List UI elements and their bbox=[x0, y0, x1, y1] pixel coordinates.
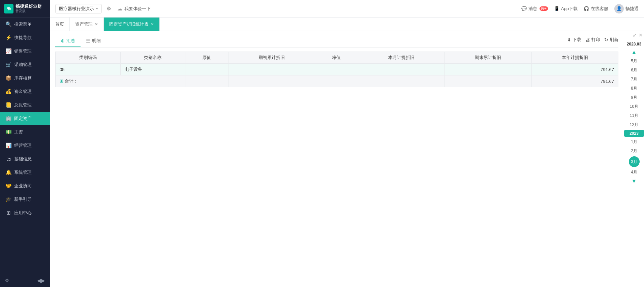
sidebar-header: 畅 畅捷通好业财 普及版 bbox=[0, 0, 50, 18]
avatar: 👤 bbox=[614, 4, 624, 13]
sidebar-label-basic-info: 基础信息 bbox=[14, 156, 32, 162]
col-period-dep: 期末累计折旧 bbox=[445, 52, 532, 64]
sidebar-item-inventory[interactable]: 📦 库存核算 bbox=[0, 71, 50, 85]
app-name-block: 畅捷通好业财 普及版 bbox=[16, 4, 42, 14]
month-item[interactable]: 6月 bbox=[624, 66, 644, 75]
app-logo: 畅 bbox=[4, 4, 13, 13]
month-item[interactable]: 10月 bbox=[624, 102, 644, 111]
notification-label: 消息 bbox=[528, 6, 537, 12]
gear-icon[interactable]: ⚙ bbox=[106, 5, 111, 12]
close-panel-icon[interactable]: ✕ bbox=[639, 32, 643, 38]
sidebar-footer: ⚙ ◀▶ bbox=[0, 274, 50, 287]
sidebar-item-ledger[interactable]: 📒 总账管理 bbox=[0, 98, 50, 112]
tab-home[interactable]: 首页 bbox=[50, 18, 70, 31]
sidebar-item-basic-info[interactable]: 🗂 基础信息 bbox=[0, 152, 50, 166]
sidebar-item-guide[interactable]: 🎓 新手引导 bbox=[0, 193, 50, 206]
sidebar-label-app-center: 应用中心 bbox=[14, 210, 32, 216]
tab-label-home: 首页 bbox=[55, 21, 64, 27]
refresh-action-btn[interactable]: ↻ 刷新 bbox=[604, 37, 618, 43]
sidebar-label-inventory: 库存核算 bbox=[14, 75, 32, 81]
month-item[interactable]: 11月 bbox=[624, 111, 644, 120]
month-item[interactable]: 9月 bbox=[624, 93, 644, 102]
sub-tab-actions: ⬇ 下载 🖨 打印 ↻ 刷新 bbox=[567, 37, 618, 45]
sidebar-label-guide: 新手引导 bbox=[14, 196, 32, 202]
cell-net bbox=[315, 64, 358, 75]
month-item[interactable]: 5月 bbox=[624, 57, 644, 66]
tab-close-asset-mgmt[interactable]: ✕ bbox=[95, 22, 98, 27]
sidebar-item-quick-nav[interactable]: ⚡ 快捷导航 bbox=[0, 31, 50, 44]
sidebar-label-ledger: 总账管理 bbox=[14, 102, 32, 108]
sidebar-label-payroll: 工资 bbox=[14, 129, 23, 135]
download-btn[interactable]: 📱 App下载 bbox=[554, 6, 578, 12]
service-btn[interactable]: 🎧 在线客服 bbox=[584, 6, 608, 12]
main-area: 医疗器械行业演示 ▾ ⚙ ☁ 我要体验一下 💬 消息 99+ 📱 App下载 🎧… bbox=[50, 0, 644, 287]
cell-period-dep bbox=[445, 64, 532, 75]
month-item[interactable]: 7月 bbox=[624, 75, 644, 84]
year-badge[interactable]: 2023 bbox=[624, 130, 644, 137]
active-month[interactable]: 3月 bbox=[629, 156, 640, 167]
user-name: 畅捷通 bbox=[625, 6, 639, 12]
company-selector[interactable]: 医疗器械行业演示 ▾ bbox=[55, 4, 102, 13]
purchase-icon: 🛒 bbox=[5, 62, 11, 68]
tab-close-depreciation-report[interactable]: ✕ bbox=[151, 22, 154, 27]
experience-btn[interactable]: ☁ 我要体验一下 bbox=[117, 6, 151, 12]
month-item[interactable]: 1月 bbox=[624, 137, 644, 147]
search-icon: 🔍 bbox=[5, 21, 11, 27]
sales-icon: 📈 bbox=[5, 48, 11, 54]
print-action-btn[interactable]: 🖨 打印 bbox=[585, 37, 600, 43]
col-name: 类别名称 bbox=[120, 52, 185, 64]
sidebar-item-fixed-assets[interactable]: 🏢 固定资产 bbox=[0, 112, 50, 125]
guide-icon: 🎓 bbox=[5, 196, 11, 202]
month-item[interactable]: 2月 bbox=[624, 147, 644, 156]
sidebar-item-search[interactable]: 🔍 搜索菜单 bbox=[0, 18, 50, 31]
total-net bbox=[315, 75, 358, 87]
sidebar-label-business: 经营管理 bbox=[14, 142, 32, 149]
detail-icon: ☰ bbox=[86, 38, 90, 43]
sidebar-item-sys-mgmt[interactable]: 🔔 系统管理 bbox=[0, 166, 50, 179]
total-initial-dep bbox=[228, 75, 315, 87]
settings-icon[interactable]: ⚙ bbox=[5, 278, 9, 284]
col-initial-dep: 期初累计折旧 bbox=[228, 52, 315, 64]
refresh-action-label: 刷新 bbox=[610, 37, 618, 43]
payroll-icon: 💵 bbox=[5, 129, 11, 135]
expand-icon[interactable]: ⤢ bbox=[633, 32, 637, 38]
sidebar-item-business[interactable]: 📊 经营管理 bbox=[0, 139, 50, 152]
service-icon: 🎧 bbox=[584, 6, 589, 11]
tab-summary-label: 汇总 bbox=[66, 38, 75, 44]
sidebar-item-payroll[interactable]: 💵 工资 bbox=[0, 125, 50, 139]
tab-detail-label: 明细 bbox=[92, 38, 101, 44]
fixed-assets-icon: 🏢 bbox=[5, 116, 11, 122]
notification-btn[interactable]: 💬 消息 99+ bbox=[521, 6, 548, 12]
ledger-icon: 📒 bbox=[5, 102, 11, 108]
cell-name: 电子设备 bbox=[120, 64, 185, 75]
tab-summary[interactable]: ⊕ 汇总 bbox=[55, 35, 81, 47]
month-item[interactable]: 8月 bbox=[624, 84, 644, 93]
topbar-actions: 💬 消息 99+ 📱 App下载 🎧 在线客服 👤 畅捷通 bbox=[521, 4, 639, 13]
panel-next-nav[interactable]: ▼ bbox=[624, 177, 644, 186]
table-area: ⊕ 汇总 ☰ 明细 ⬇ 下载 🖨 打印 bbox=[50, 31, 624, 287]
cell-initial-dep bbox=[228, 64, 315, 75]
sidebar-label-search: 搜索菜单 bbox=[14, 21, 32, 27]
panel-prev-nav[interactable]: ▲ bbox=[624, 48, 644, 57]
month-item[interactable]: 4月 bbox=[624, 168, 644, 177]
download-action-btn[interactable]: ⬇ 下载 bbox=[567, 37, 581, 43]
month-item[interactable]: 12月 bbox=[624, 120, 644, 129]
app-name: 畅捷通好业财 bbox=[16, 4, 42, 9]
user-area[interactable]: 👤 畅捷通 bbox=[614, 4, 639, 13]
sidebar-item-purchase[interactable]: 🛒 采购管理 bbox=[0, 58, 50, 71]
tab-label-asset-mgmt: 资产管理 bbox=[75, 21, 93, 27]
sys-mgmt-icon: 🔔 bbox=[5, 169, 11, 176]
sidebar-item-app-center[interactable]: ⊞ 应用中心 bbox=[0, 206, 50, 220]
sidebar-item-sales[interactable]: 📈 销售管理 bbox=[0, 44, 50, 58]
collapse-icon[interactable]: ◀▶ bbox=[37, 278, 45, 284]
tab-detail[interactable]: ☰ 明细 bbox=[81, 35, 106, 47]
topbar: 医疗器械行业演示 ▾ ⚙ ☁ 我要体验一下 💬 消息 99+ 📱 App下载 🎧… bbox=[50, 0, 644, 18]
sidebar-item-enterprise[interactable]: 🤝 企业协同 bbox=[0, 179, 50, 193]
tab-asset-mgmt[interactable]: 资产管理✕ bbox=[70, 18, 104, 31]
basic-info-icon: 🗂 bbox=[5, 156, 11, 162]
sidebar-item-funds[interactable]: 💰 资金管理 bbox=[0, 85, 50, 98]
download-label: App下载 bbox=[561, 6, 578, 12]
sidebar-label-purchase: 采购管理 bbox=[14, 62, 32, 68]
tab-depreciation-report[interactable]: 固定资产折旧统计表✕ bbox=[104, 18, 160, 31]
total-monthly-dep bbox=[358, 75, 445, 87]
